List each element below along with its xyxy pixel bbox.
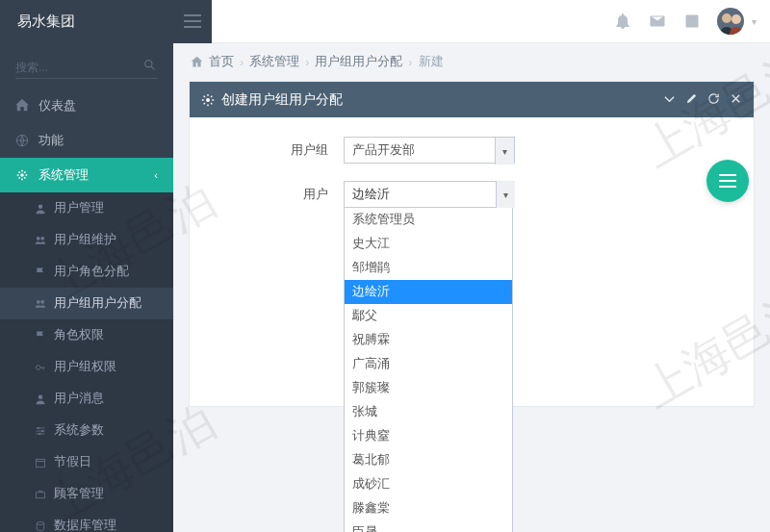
calendar-icon: [35, 457, 46, 469]
close-icon: [730, 92, 742, 105]
sidebar-sub-usergroup[interactable]: 用户组维护: [0, 224, 173, 256]
sidebar-sub-sys-param[interactable]: 系统参数: [0, 415, 173, 446]
home-icon: [191, 56, 203, 68]
user-icon: [35, 393, 46, 405]
sidebar-sub-customer[interactable]: 顾客管理: [0, 478, 173, 510]
svg-point-4: [722, 13, 732, 23]
sidebar-sub-role-perm[interactable]: 角色权限: [0, 319, 173, 351]
topbar: 易水集团 ▾: [0, 0, 770, 43]
avatar[interactable]: [717, 8, 744, 35]
sidebar-item-label: 用户组维护: [54, 232, 116, 248]
panel-tools: [663, 92, 742, 108]
sidebar-sub-user-role[interactable]: 用户角色分配: [0, 256, 173, 288]
breadcrumb-current: 新建: [419, 54, 444, 70]
fab-menu[interactable]: [706, 160, 749, 202]
breadcrumb-home[interactable]: 首页: [209, 54, 234, 70]
globe-icon: [15, 134, 29, 147]
sidebar-sub-group-perm[interactable]: 用户组权限: [0, 351, 173, 383]
dropdown-option[interactable]: 边绘沂: [345, 280, 512, 304]
sidebar-item-label: 用户消息: [54, 391, 104, 407]
flag-icon: [35, 330, 46, 342]
sidebar-sub-database[interactable]: 数据库管理: [0, 510, 173, 532]
topbar-right: ▾: [607, 6, 770, 37]
dropdown-option[interactable]: 计典窒: [345, 424, 512, 448]
sidebar-sub-user-mgmt[interactable]: 用户管理: [0, 192, 173, 224]
svg-point-19: [38, 432, 40, 434]
refresh-button[interactable]: [707, 92, 720, 108]
inbox-button[interactable]: [642, 6, 673, 37]
edit-button[interactable]: [685, 92, 698, 108]
hamburger-icon: [719, 174, 736, 188]
svg-point-18: [41, 429, 43, 431]
svg-point-16: [38, 394, 43, 399]
dropdown-option[interactable]: 葛北郁: [345, 448, 512, 472]
cogs-icon: [15, 168, 29, 182]
search-box: [0, 43, 173, 89]
input-user[interactable]: [344, 181, 515, 208]
label-user: 用户: [218, 186, 344, 203]
breadcrumb: 首页 › 系统管理 › 用户组用户分配 › 新建: [189, 43, 755, 81]
dropdown-option[interactable]: 鄢父: [345, 304, 512, 328]
collapse-button[interactable]: [663, 92, 676, 108]
search-icon[interactable]: [143, 59, 156, 74]
notifications-button[interactable]: [607, 6, 638, 37]
svg-point-15: [37, 365, 41, 369]
sidebar-item-label: 数据库管理: [54, 518, 116, 532]
svg-point-14: [40, 299, 44, 303]
calendar-button[interactable]: [677, 6, 707, 37]
svg-rect-1: [691, 20, 693, 22]
select-usergroup[interactable]: 产品开发部 ▾: [344, 137, 515, 164]
calendar-icon: [684, 13, 700, 29]
users-icon: [35, 235, 46, 246]
sidebar-item-label: 用户组用户分配: [54, 295, 141, 312]
dropdown-option[interactable]: 滕鑫棠: [345, 496, 512, 520]
dropdown-option[interactable]: 郭簇璨: [345, 376, 512, 400]
sidebar-item-features[interactable]: 功能: [0, 123, 173, 158]
breadcrumb-sep: ›: [408, 56, 412, 69]
users-icon: [35, 298, 46, 310]
form-row-user: 用户 ▾ 系统管理员史大江邹增鹃边绘沂鄢父祝膊霖广高涌郭簇璨张城计典窒葛北郁成砂…: [218, 181, 725, 208]
form-row-group: 用户组 产品开发部 ▾: [218, 137, 725, 164]
sidebar-item-label: 顾客管理: [54, 486, 104, 502]
svg-point-9: [20, 173, 24, 177]
dropdown-option[interactable]: 臣晟: [345, 520, 512, 532]
sidebar-sub-usergroup-user[interactable]: 用户组用户分配: [0, 288, 173, 319]
dropdown-option[interactable]: 系统管理员: [345, 208, 512, 232]
chevron-down-icon: [663, 92, 676, 105]
sidebar-item-label: 用户组权限: [54, 359, 116, 375]
panel-body: 用户组 产品开发部 ▾ 用户 ▾ 系统管理员史大江邹增鹃边绘沂鄢父祝膊霖广高涌郭…: [190, 117, 754, 406]
chevron-down-icon[interactable]: ▾: [752, 16, 757, 27]
user-dropdown[interactable]: 系统管理员史大江邹增鹃边绘沂鄢父祝膊霖广高涌郭簇璨张城计典窒葛北郁成砂汇滕鑫棠臣…: [344, 208, 513, 532]
sidebar-item-system[interactable]: 系统管理 ‹: [0, 158, 173, 192]
breadcrumb-sep: ›: [305, 56, 309, 69]
bell-icon: [615, 13, 630, 29]
panel-title: 创建用户组用户分配: [221, 91, 656, 109]
close-button[interactable]: [730, 92, 742, 108]
svg-point-11: [37, 236, 40, 240]
dropdown-option[interactable]: 广高涌: [345, 352, 512, 376]
flag-icon: [35, 266, 46, 278]
breadcrumb-system[interactable]: 系统管理: [249, 54, 299, 70]
refresh-icon: [707, 92, 720, 105]
sidebar-sub-holiday[interactable]: 节假日: [0, 446, 173, 478]
chevron-down-icon[interactable]: ▾: [496, 181, 515, 208]
chevron-down-icon: ▾: [495, 138, 514, 165]
dropdown-option[interactable]: 张城: [345, 400, 512, 424]
label-usergroup: 用户组: [218, 141, 344, 159]
sidebar: 仪表盘 功能 系统管理 ‹ 用户管理 用户组维护 用户角色分配 用户组用户分配 …: [0, 43, 173, 532]
sidebar-item-label: 用户管理: [54, 200, 104, 216]
breadcrumb-module[interactable]: 用户组用户分配: [315, 54, 402, 70]
dropdown-option[interactable]: 邹增鹃: [345, 256, 512, 280]
dropdown-option[interactable]: 史大江: [345, 232, 512, 256]
dropdown-option[interactable]: 祝膊霖: [345, 328, 512, 352]
select-value: 产品开发部: [352, 142, 415, 159]
svg-point-10: [38, 204, 43, 209]
sidebar-item-dashboard[interactable]: 仪表盘: [0, 89, 173, 123]
svg-rect-0: [688, 20, 690, 22]
sidebar-sub-user-msg[interactable]: 用户消息: [0, 383, 173, 415]
envelope-icon: [650, 13, 665, 29]
menu-toggle[interactable]: [173, 0, 212, 43]
search-input[interactable]: [15, 57, 158, 79]
sliders-icon: [35, 425, 46, 437]
dropdown-option[interactable]: 成砂汇: [345, 472, 512, 496]
